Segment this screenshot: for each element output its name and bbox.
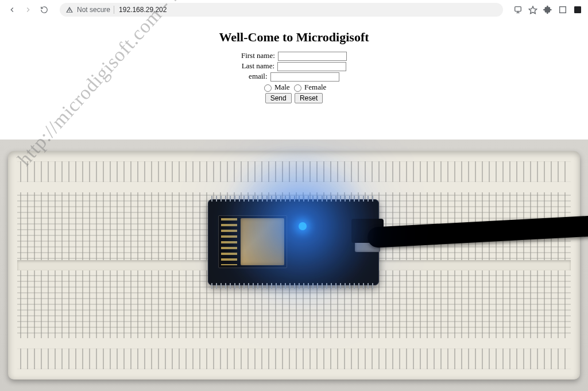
browser-toolbar: Not secure 192.168.29.202 xyxy=(0,0,588,20)
address-separator xyxy=(114,6,114,14)
gender-female-label: Female xyxy=(304,83,326,91)
onboard-led-blue xyxy=(299,222,307,230)
reload-button[interactable] xyxy=(38,3,51,16)
first-name-input[interactable] xyxy=(278,52,347,61)
breadboard-power-rail-top xyxy=(17,161,571,182)
svg-rect-0 xyxy=(515,7,521,11)
address-url: 192.168.29.202 xyxy=(119,6,167,14)
gender-male-radio[interactable] xyxy=(264,84,272,92)
send-button[interactable] xyxy=(265,93,292,103)
email-label: email: xyxy=(249,72,268,80)
extensions-icon[interactable] xyxy=(543,5,552,14)
last-name-label: Last name: xyxy=(242,61,274,70)
window-icon[interactable] xyxy=(558,5,567,14)
not-secure-icon xyxy=(65,6,74,14)
breadboard xyxy=(8,151,580,380)
security-label: Not secure xyxy=(77,6,110,14)
page-body: Well-Come to Microdigisoft First name: L… xyxy=(0,20,588,104)
back-button[interactable] xyxy=(6,3,18,16)
email-input[interactable] xyxy=(270,72,339,82)
account-icon[interactable] xyxy=(573,5,582,14)
svg-rect-2 xyxy=(560,7,566,13)
last-name-input[interactable] xyxy=(277,62,346,71)
star-icon[interactable] xyxy=(528,5,537,14)
signup-form: First name: Last name: email: Male Femal… xyxy=(241,51,347,104)
svg-rect-3 xyxy=(574,6,581,13)
breadboard-power-rail-bottom xyxy=(17,349,571,369)
rf-shield xyxy=(241,218,284,265)
pcb-antenna xyxy=(221,218,237,265)
toolbar-right-icons xyxy=(513,5,582,14)
svg-marker-1 xyxy=(529,6,536,14)
hardware-photo xyxy=(0,140,588,391)
gender-female-radio[interactable] xyxy=(294,84,301,92)
reset-button[interactable] xyxy=(295,93,323,103)
esp8266-module xyxy=(218,215,287,268)
first-name-label: First name: xyxy=(241,51,275,60)
forward-button[interactable] xyxy=(22,3,34,16)
page-title: Well-Come to Microdigisoft xyxy=(0,30,588,45)
gender-male-label: Male xyxy=(274,83,290,91)
address-bar[interactable]: Not secure 192.168.29.202 xyxy=(60,3,503,17)
share-icon[interactable] xyxy=(513,5,523,14)
